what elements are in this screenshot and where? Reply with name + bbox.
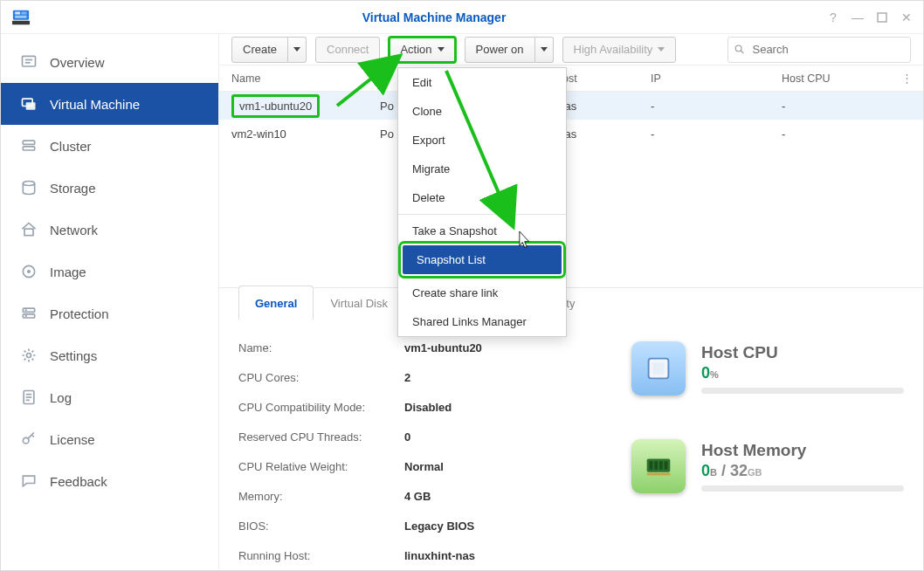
sidebar-item-label: Image <box>50 265 86 279</box>
sidebar-item-cluster[interactable]: Cluster <box>1 125 218 167</box>
svg-point-26 <box>23 437 29 444</box>
sidebar-item-settings[interactable]: Settings <box>1 334 218 376</box>
menu-edit[interactable]: Edit <box>398 68 566 97</box>
toolbar: Create Connect Action Power on High Avai… <box>219 34 923 65</box>
network-icon <box>20 221 38 238</box>
menu-snapshot-list[interactable]: Snapshot List <box>403 245 562 274</box>
chat-icon <box>20 472 38 490</box>
details-panel: General Virtual Disk Network High Availa… <box>219 287 923 570</box>
cell-host: -nas <box>555 100 651 113</box>
svg-point-16 <box>27 270 31 273</box>
details-kvlist: Name:vm1-ubuntu20 CPU Cores:2 CPU Compat… <box>238 333 605 570</box>
v-reserved: 0 <box>404 430 410 444</box>
svg-rect-10 <box>26 102 36 109</box>
gear-icon <box>20 347 38 364</box>
help-icon[interactable]: ? <box>827 11 839 24</box>
main-panel: Create Connect Action Power on High Avai… <box>219 34 923 570</box>
sidebar-item-storage[interactable]: Storage <box>1 167 218 209</box>
ha-button[interactable]: High Availability <box>562 37 677 63</box>
sidebar-item-label: Log <box>50 390 72 405</box>
poweron-dropdown[interactable] <box>535 37 554 63</box>
cell-ip: - <box>651 100 782 113</box>
menu-create-share-link[interactable]: Create share link <box>398 279 566 307</box>
col-ip[interactable]: IP <box>651 72 782 85</box>
action-button[interactable]: Action <box>389 37 455 63</box>
create-dropdown[interactable] <box>288 37 307 63</box>
connect-button[interactable]: Connect <box>315 37 380 63</box>
maximize-icon[interactable] <box>876 11 888 24</box>
close-icon[interactable]: ✕ <box>900 11 913 24</box>
menu-separator <box>398 276 566 277</box>
metric-used-value: 0 <box>701 462 710 479</box>
metric-title: Host CPU <box>701 343 904 362</box>
sidebar-item-image[interactable]: Image <box>1 251 218 292</box>
v-weight: Normal <box>404 460 444 473</box>
tab-general[interactable]: General <box>238 286 314 320</box>
sidebar-item-label: Protection <box>50 306 109 321</box>
sidebar-item-overview[interactable]: Overview <box>1 41 218 83</box>
app-icon <box>11 8 31 27</box>
menu-take-snapshot[interactable]: Take a Snapshot <box>398 217 566 245</box>
sidebar-item-label: Network <box>50 223 98 237</box>
vm-icon <box>20 95 38 113</box>
cell-hostcpu: - <box>782 127 886 141</box>
search-field[interactable] <box>750 42 905 57</box>
sidebar-item-network[interactable]: Network <box>1 209 218 251</box>
k-reserved: Reserved CPU Threads: <box>238 430 404 444</box>
create-button[interactable]: Create <box>231 37 288 63</box>
metric-bar <box>701 485 904 492</box>
sidebar-item-label: License <box>50 432 95 447</box>
col-hostcpu[interactable]: Host CPU <box>782 72 886 85</box>
key-icon <box>20 430 38 448</box>
poweron-button[interactable]: Power on <box>465 37 535 63</box>
col-name[interactable]: Name <box>231 72 380 85</box>
metric-used-unit: B <box>710 467 717 478</box>
svg-rect-34 <box>659 461 663 470</box>
minimize-icon[interactable]: — <box>852 11 864 24</box>
vm-table: Name S Host IP Host CPU ⋮ vm1-ubuntu20 P… <box>219 65 923 148</box>
sidebar-item-protection[interactable]: Protection <box>1 292 218 334</box>
metrics: Host CPU 0% Host Memory 0B / 32GB <box>631 333 904 570</box>
sidebar-item-license[interactable]: License <box>1 418 218 460</box>
menu-migrate[interactable]: Migrate <box>398 155 566 183</box>
metric-total-value: 32 <box>730 462 748 479</box>
metric-host-memory: Host Memory 0B / 32GB <box>631 439 904 493</box>
menu-shared-links-manager[interactable]: Shared Links Manager <box>398 307 566 336</box>
action-menu: Edit Clone Export Migrate Delete Take a … <box>397 67 567 337</box>
svg-point-20 <box>25 315 27 317</box>
metric-title: Host Memory <box>701 441 904 460</box>
titlebar: Virtual Machine Manager ? — ✕ <box>1 1 923 34</box>
v-rhost: linuxhint-nas <box>404 549 475 562</box>
v-memory: 4 GB <box>404 490 431 503</box>
sidebar-item-feedback[interactable]: Feedback <box>1 460 218 502</box>
sidebar-item-label: Storage <box>50 181 96 196</box>
menu-delete[interactable]: Delete <box>398 183 566 212</box>
sidebar-item-label: Settings <box>50 348 97 363</box>
metric-sep: / <box>717 462 730 479</box>
cluster-icon <box>20 137 38 155</box>
table-row[interactable]: vm1-ubuntu20 Po -nas - - <box>219 92 923 120</box>
menu-export[interactable]: Export <box>398 126 566 155</box>
col-more-icon[interactable]: ⋮ <box>886 72 913 85</box>
k-memory: Memory: <box>238 490 404 503</box>
svg-rect-18 <box>23 314 34 318</box>
sidebar: Overview Virtual Machine Cluster Storage… <box>1 34 219 570</box>
memory-icon <box>631 439 686 493</box>
cell-name: vm2-win10 <box>231 127 380 141</box>
metric-unit: % <box>710 369 719 380</box>
sidebar-item-log[interactable]: Log <box>1 376 218 418</box>
cell-hostcpu: - <box>782 100 886 113</box>
svg-line-28 <box>741 51 743 53</box>
table-row[interactable]: vm2-win10 Po -nas - - <box>219 120 923 148</box>
k-compat: CPU Compatibility Mode: <box>238 401 404 414</box>
metric-value: 0 <box>701 364 710 382</box>
k-bios: BIOS: <box>238 519 404 533</box>
search-input[interactable] <box>727 37 911 63</box>
menu-clone[interactable]: Clone <box>398 97 566 126</box>
tab-virtual-disk[interactable]: Virtual Disk <box>314 286 404 320</box>
metric-total-unit: GB <box>748 467 762 478</box>
col-host[interactable]: Host <box>555 72 651 85</box>
sidebar-item-virtual-machine[interactable]: Virtual Machine <box>1 83 218 125</box>
v-compat: Disabled <box>404 401 452 414</box>
storage-icon <box>20 179 38 196</box>
